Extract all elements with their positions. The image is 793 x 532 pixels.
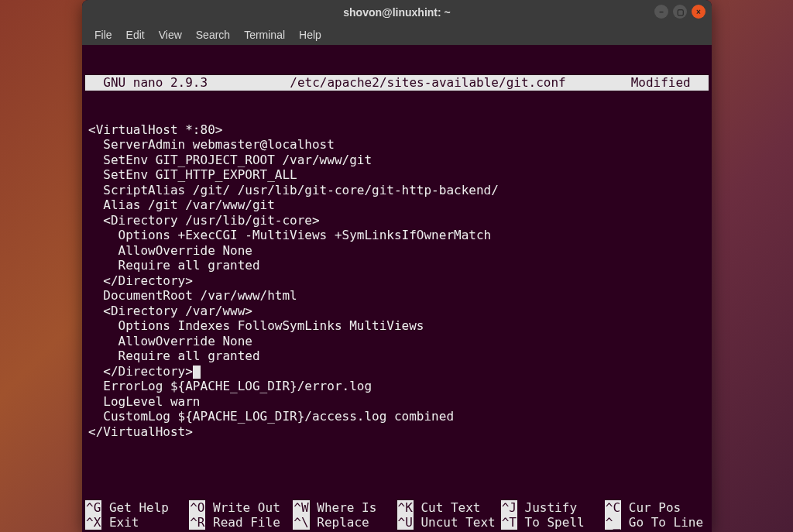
nano-filename: /etc/apache2/sites-available/git.conf xyxy=(243,75,613,91)
shortcut-item[interactable]: ^C Cur Pos xyxy=(605,500,709,516)
editor-line[interactable]: CustomLog ${APACHE_LOG_DIR}/access.log c… xyxy=(88,409,705,424)
shortcut-label: Read File xyxy=(205,515,280,530)
menubar: File Edit View Search Terminal Help xyxy=(82,25,712,45)
shortcut-key: ^U xyxy=(397,515,414,530)
editor-line[interactable]: AllowOverride None xyxy=(88,243,705,259)
nano-footer: ^G Get Help^O Write Out^W Where Is^K Cut… xyxy=(82,500,712,532)
nano-header: GNU nano 2.9.3 /etc/apache2/sites-availa… xyxy=(85,75,709,91)
editor-line[interactable]: ErrorLog ${APACHE_LOG_DIR}/error.log xyxy=(88,379,705,394)
shortcut-label: Go To Line xyxy=(621,515,703,530)
editor-line[interactable]: Require all granted xyxy=(88,258,705,273)
editor-line[interactable]: Options Indexes FollowSymLinks MultiView… xyxy=(88,318,705,334)
shortcut-key: ^J xyxy=(501,500,517,515)
editor-line[interactable]: </VirtualHost> xyxy=(88,424,705,440)
shortcut-item[interactable]: ^\ Replace xyxy=(293,515,396,530)
editor-line[interactable]: ServerAdmin webmaster@localhost xyxy=(88,137,705,153)
shortcut-key: ^O xyxy=(189,500,205,515)
shortcut-item[interactable]: ^T To Spell xyxy=(501,515,605,530)
terminal-viewport[interactable]: GNU nano 2.9.3 /etc/apache2/sites-availa… xyxy=(82,45,712,532)
shortcut-row-2: ^X Exit^R Read File^\ Replace^U Uncut Te… xyxy=(85,515,709,530)
editor-line[interactable]: Require all granted xyxy=(88,348,705,364)
terminal-window: shovon@linuxhint: ~ – ▢ × File Edit View… xyxy=(82,0,712,532)
editor-line[interactable]: <VirtualHost *:80> xyxy=(88,122,705,138)
shortcut-label: Justify xyxy=(517,500,577,515)
editor-line[interactable]: DocumentRoot /var/www/html xyxy=(88,288,705,304)
shortcut-label: Cut Text xyxy=(414,500,481,515)
minimize-button[interactable]: – xyxy=(654,5,668,19)
editor-line[interactable]: <Directory /var/www> xyxy=(88,304,705,319)
shortcut-key: ^R xyxy=(189,515,205,530)
shortcut-key: ^T xyxy=(501,515,517,530)
menu-view[interactable]: View xyxy=(153,27,188,43)
shortcut-key: ^G xyxy=(85,500,101,515)
editor-line[interactable]: </Directory> xyxy=(88,273,705,289)
shortcut-key: ^_ xyxy=(605,515,621,530)
close-button[interactable]: × xyxy=(692,5,705,19)
editor-body[interactable]: <VirtualHost *:80> ServerAdmin webmaster… xyxy=(85,121,709,441)
menu-edit[interactable]: Edit xyxy=(120,27,151,43)
shortcut-item[interactable]: ^G Get Help xyxy=(85,500,189,516)
menu-help[interactable]: Help xyxy=(293,27,328,43)
shortcut-key: ^X xyxy=(85,515,101,530)
editor-line[interactable]: SetEnv GIT_HTTP_EXPORT_ALL xyxy=(88,167,705,183)
shortcut-label: Uncut Text xyxy=(414,515,496,530)
window-controls: – ▢ × xyxy=(654,5,705,19)
window-titlebar: shovon@linuxhint: ~ – ▢ × xyxy=(82,0,712,25)
shortcut-item[interactable]: ^O Write Out xyxy=(189,500,293,516)
shortcut-item[interactable]: ^K Cut Text xyxy=(397,500,501,516)
shortcut-key: ^W xyxy=(293,500,309,515)
editor-line[interactable]: ScriptAlias /git/ /usr/lib/git-core/git-… xyxy=(88,183,705,198)
shortcut-item[interactable]: ^R Read File xyxy=(189,515,293,530)
shortcut-item[interactable]: ^W Where Is xyxy=(293,500,396,516)
nano-status: Modified xyxy=(613,75,705,91)
shortcut-item[interactable]: ^J Justify xyxy=(501,500,605,516)
shortcut-item[interactable]: ^X Exit xyxy=(85,515,189,530)
shortcut-label: Exit xyxy=(101,515,139,530)
cursor xyxy=(193,366,201,379)
shortcut-item[interactable]: ^U Uncut Text xyxy=(397,515,501,530)
shortcut-label: To Spell xyxy=(517,515,585,530)
editor-line[interactable]: LogLevel warn xyxy=(88,394,705,410)
editor-line[interactable]: AllowOverride None xyxy=(88,334,705,349)
menu-file[interactable]: File xyxy=(88,27,118,43)
shortcut-label: Where Is xyxy=(310,500,377,515)
shortcut-item[interactable]: ^_ Go To Line xyxy=(605,515,709,530)
shortcut-label: Write Out xyxy=(205,500,280,515)
shortcut-key: ^K xyxy=(397,500,414,515)
shortcut-key: ^\ xyxy=(293,515,309,530)
window-title: shovon@linuxhint: ~ xyxy=(343,6,450,19)
maximize-button[interactable]: ▢ xyxy=(673,5,687,19)
shortcut-key: ^C xyxy=(605,500,621,515)
menu-search[interactable]: Search xyxy=(190,27,236,43)
shortcut-row-1: ^G Get Help^O Write Out^W Where Is^K Cut… xyxy=(85,500,709,516)
editor-line[interactable]: Alias /git /var/www/git xyxy=(88,197,705,213)
menu-terminal[interactable]: Terminal xyxy=(238,27,291,43)
nano-appname: GNU nano 2.9.3 xyxy=(88,75,243,91)
shortcut-label: Replace xyxy=(310,515,369,530)
editor-line[interactable]: </Directory> xyxy=(88,364,705,379)
editor-line[interactable]: <Directory /usr/lib/git-core> xyxy=(88,213,705,228)
shortcut-label: Get Help xyxy=(101,500,169,515)
editor-line[interactable]: SetEnv GIT_PROJECT_ROOT /var/www/git xyxy=(88,153,705,168)
editor-line[interactable]: Options +ExecCGI -MultiViews +SymLinksIf… xyxy=(88,228,705,243)
shortcut-label: Cur Pos xyxy=(621,500,681,515)
